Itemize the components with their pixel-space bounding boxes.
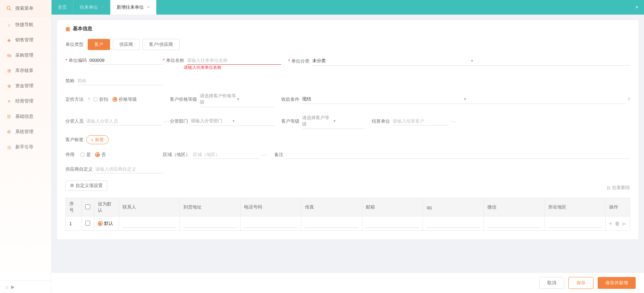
sidebar-item-basic-info[interactable]: ☰ 基础信息 (0, 109, 51, 124)
sales-icon: ◈ (6, 36, 13, 43)
remarks-input[interactable] (286, 150, 630, 159)
email-input[interactable] (366, 219, 419, 228)
add-tag-btn[interactable]: + 标签 (86, 135, 109, 144)
short-name-input[interactable] (77, 77, 163, 85)
sidebar-item-search[interactable]: 搜索菜单 (0, 0, 51, 17)
customer-level-select[interactable]: 请选择客户等级 ▾ (302, 113, 365, 129)
supplier-custom-label: 供应商自定义 (65, 166, 93, 172)
pricing-radio-level[interactable]: 价格等级 (112, 96, 137, 103)
save-new-button[interactable]: 保存并新增 (598, 277, 636, 289)
area-input[interactable] (548, 219, 602, 228)
sidebar-item-sales[interactable]: ◈ 销售管理 (0, 32, 51, 48)
cell-phone[interactable] (241, 217, 301, 231)
settlement-unit-input[interactable] (393, 117, 448, 125)
batch-delete-btn[interactable]: ⊟ 批量删除 (607, 185, 630, 191)
row-scroll-btn[interactable]: ▶ (622, 221, 626, 226)
disabled-radio-yes[interactable]: 是 (80, 152, 91, 158)
sidebar-item-guide[interactable]: ◎ 新手引导 (0, 139, 51, 155)
radio-discount-label: 折扣 (99, 96, 108, 103)
disabled-no-label: 否 (101, 152, 106, 158)
manager-more-btn[interactable]: ··· (164, 119, 170, 124)
cell-area[interactable] (545, 217, 606, 231)
tab-trade-units-close[interactable]: × (101, 5, 104, 10)
row-checkbox[interactable] (85, 221, 90, 226)
disabled-radio-no[interactable]: 否 (95, 152, 106, 158)
sidebar-guide-label: 新手引导 (15, 144, 33, 150)
pricing-help-icon[interactable]: ? (88, 97, 90, 102)
cancel-button[interactable]: 取消 (539, 277, 564, 289)
contact-table: 序号 设为默认 联系人 到货地址 电话号码 传真 邮箱 qq 微信 所在地区 操… (65, 198, 630, 231)
select-all-checkbox[interactable] (85, 204, 90, 209)
tab-home[interactable]: 首页 (52, 0, 73, 15)
sidebar-item-finance[interactable]: ⊕ 资金管理 (0, 78, 51, 93)
customer-level-arrow: ▾ (333, 119, 365, 123)
sidebar-item-inventory[interactable]: ⊞ 库存核算 (0, 63, 51, 78)
window-close-btn[interactable]: × (630, 4, 644, 10)
col-address: 到货地址 (180, 198, 241, 217)
payment-terms-arrow: ▾ (464, 97, 626, 101)
sidebar-item-operations[interactable]: ≡ 经营管理 (0, 93, 51, 109)
unit-type-both-btn[interactable]: 客户/供应商 (142, 39, 180, 50)
row-del-btn[interactable]: 🗑 (615, 221, 620, 226)
unit-category-select[interactable]: 未分类 ▾ (312, 56, 630, 66)
row-supplier-custom: 供应商自定义 (65, 165, 630, 173)
svg-line-1 (10, 9, 11, 10)
sidebar-bottom-icon2: ▶ (11, 284, 15, 290)
sidebar-item-purchase[interactable]: 🛍 采购管理 (0, 48, 51, 63)
col-fax: 传真 (301, 198, 362, 217)
customer-tag-label: 客户标签 (65, 137, 84, 143)
region-more-btn[interactable]: ··· (261, 152, 267, 157)
tab-new-trade-unit[interactable]: 新增往来单位 × (110, 0, 156, 15)
customer-price-level-select[interactable]: 请选择客户价格等级 ▾ (200, 91, 274, 107)
cell-qq[interactable] (423, 217, 484, 231)
tab-new-trade-unit-close[interactable]: × (147, 5, 150, 10)
main-area: 首页 往来单位 × 新增往来单位 × × ▣ 基本信息 单位类型 客户 (52, 0, 644, 293)
disabled-radio-group: 是 否 (80, 152, 106, 158)
cell-wechat[interactable] (484, 217, 545, 231)
fax-input[interactable] (305, 219, 359, 228)
cell-contact[interactable] (119, 217, 180, 231)
content-area: ▣ 基本信息 单位类型 客户 供应商 客户/供应商 单位编码 (52, 15, 644, 272)
cell-email[interactable] (362, 217, 423, 231)
pricing-radio-discount[interactable]: 折扣 (93, 96, 108, 103)
dept-label: 分管部门 (170, 118, 188, 124)
payment-terms-help-icon[interactable]: ? (628, 97, 630, 102)
unit-code-input[interactable] (89, 56, 163, 65)
row-add-btn[interactable]: + (609, 221, 612, 226)
unit-type-row: 单位类型 客户 供应商 客户/供应商 (65, 39, 630, 50)
footer: 取消 保存 保存并新增 (52, 272, 644, 293)
cell-address[interactable] (180, 217, 241, 231)
wechat-input[interactable] (487, 219, 541, 228)
payment-terms-select[interactable]: 现结 ▾ (302, 95, 626, 104)
unit-name-input[interactable] (187, 56, 281, 65)
disabled-no-circle (95, 152, 100, 157)
default-radio[interactable] (98, 221, 103, 226)
inventory-icon: ⊞ (6, 67, 13, 74)
unit-type-customer-btn[interactable]: 客户 (88, 39, 110, 50)
cell-checkbox (81, 217, 94, 231)
manager-input[interactable] (86, 117, 162, 125)
address-input[interactable] (183, 219, 237, 228)
unit-type-supplier-btn[interactable]: 供应商 (113, 39, 140, 50)
pricing-radio-group: 折扣 价格等级 (93, 96, 137, 103)
custom-settings-btn[interactable]: ⚙ 自定义项设置 (65, 180, 107, 191)
contact-input[interactable] (123, 219, 176, 228)
sidebar-item-quick-nav[interactable]: ⌂ 快捷导航 (0, 17, 51, 32)
dept-arrow: ▾ (233, 119, 274, 123)
save-button[interactable]: 保存 (568, 277, 594, 289)
unit-category-arrow: ▾ (471, 58, 630, 63)
default-label: 默认 (104, 220, 113, 227)
qq-input[interactable] (426, 219, 480, 228)
supplier-custom-input[interactable] (95, 165, 163, 173)
settlement-unit-more-btn[interactable]: ··· (450, 119, 457, 124)
region-input[interactable] (193, 150, 259, 159)
sidebar-inventory-label: 库存核算 (15, 67, 33, 74)
table-area: ⚙ 自定义项设置 ⊟ 批量删除 序号 设为默认 联系人 到货地址 (65, 180, 630, 231)
cell-fax[interactable] (301, 217, 362, 231)
col-phone: 电话号码 (241, 198, 301, 217)
payment-terms-label: 收款条件 (281, 96, 299, 103)
phone-input[interactable] (244, 219, 298, 228)
dept-select[interactable]: 请输入分管部门 ▾ (191, 116, 274, 126)
tab-trade-units[interactable]: 往来单位 × (73, 0, 110, 15)
sidebar-item-system[interactable]: ⚙ 系统管理 (0, 124, 51, 139)
